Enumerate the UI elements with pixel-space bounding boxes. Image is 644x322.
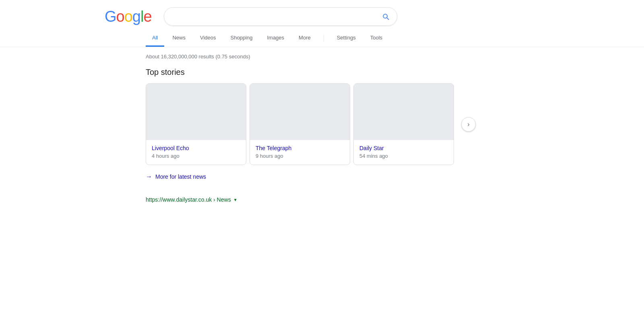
story-image-2 bbox=[250, 84, 350, 140]
chevron-right-icon: › bbox=[467, 121, 469, 128]
story-source-1: Liverpool Echo bbox=[152, 145, 240, 151]
tab-tools[interactable]: Tools bbox=[364, 30, 389, 47]
story-card-3[interactable]: Daily Star 54 mins ago bbox=[353, 83, 454, 165]
tab-news[interactable]: News bbox=[166, 30, 192, 47]
tab-settings[interactable]: Settings bbox=[330, 30, 362, 47]
url-dropdown-icon[interactable]: ▼ bbox=[233, 198, 237, 202]
tab-videos[interactable]: Videos bbox=[194, 30, 223, 47]
story-source-3: Daily Star bbox=[359, 145, 448, 151]
story-time-3: 54 mins ago bbox=[359, 153, 448, 159]
tab-more[interactable]: More bbox=[292, 30, 317, 47]
web-result: https://www.dailystar.co.uk › News ▼ bbox=[146, 196, 644, 203]
story-content-1: Liverpool Echo 4 hours ago bbox=[146, 140, 246, 165]
more-latest-news-link[interactable]: → More for latest news bbox=[146, 173, 644, 180]
story-content-3: Daily Star 54 mins ago bbox=[354, 140, 454, 165]
story-time-2: 9 hours ago bbox=[256, 153, 344, 159]
story-image-3 bbox=[354, 84, 454, 140]
search-button[interactable] bbox=[380, 11, 391, 22]
story-image-1 bbox=[146, 84, 246, 140]
tab-images[interactable]: Images bbox=[260, 30, 291, 47]
story-content-2: The Telegraph 9 hours ago bbox=[250, 140, 350, 165]
arrow-right-icon: → bbox=[146, 173, 152, 180]
header: Google latest news bbox=[0, 0, 644, 26]
more-link-label: More for latest news bbox=[155, 173, 206, 180]
top-stories-title: Top stories bbox=[146, 68, 644, 77]
main-content: About 16,320,000,000 results (0.75 secon… bbox=[0, 47, 644, 203]
web-result-url-text: https://www.dailystar.co.uk › News bbox=[146, 196, 231, 203]
story-source-2: The Telegraph bbox=[256, 145, 344, 151]
google-logo[interactable]: Google bbox=[105, 8, 152, 25]
stories-container: Liverpool Echo 4 hours ago The Telegraph… bbox=[146, 83, 468, 165]
tab-shopping[interactable]: Shopping bbox=[224, 30, 259, 47]
search-input[interactable]: latest news bbox=[172, 13, 380, 20]
story-card-2[interactable]: The Telegraph 9 hours ago bbox=[250, 83, 350, 165]
search-icon bbox=[382, 12, 390, 21]
next-stories-button[interactable]: › bbox=[461, 117, 476, 132]
story-card-1[interactable]: Liverpool Echo 4 hours ago bbox=[146, 83, 246, 165]
search-bar: latest news bbox=[164, 7, 397, 26]
nav-divider bbox=[324, 34, 324, 42]
web-result-url[interactable]: https://www.dailystar.co.uk › News ▼ bbox=[146, 196, 644, 203]
story-time-1: 4 hours ago bbox=[152, 153, 240, 159]
results-count: About 16,320,000,000 results (0.75 secon… bbox=[146, 54, 644, 60]
tab-all[interactable]: All bbox=[146, 30, 164, 47]
nav-tabs: All News Videos Shopping Images More Set… bbox=[0, 30, 644, 47]
